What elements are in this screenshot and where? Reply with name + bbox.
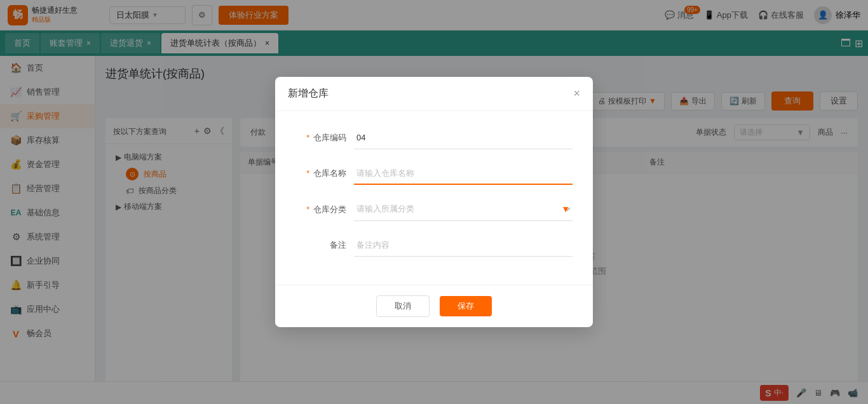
code-label: * 仓库编码 xyxy=(295,132,346,144)
form-row-remark: 备注 xyxy=(295,234,573,257)
cancel-button[interactable]: 取消 xyxy=(376,295,430,317)
category-select-wrap: 请输入所属分类 ▼ xyxy=(354,198,573,221)
form-row-category: * 仓库分类 请输入所属分类 ▼ xyxy=(295,198,573,221)
modal-overlay[interactable]: 新增仓库 × * 仓库编码 * 仓库名称 xyxy=(0,0,868,404)
category-required-star: * xyxy=(306,205,309,214)
remark-input[interactable] xyxy=(354,234,573,257)
save-button[interactable]: 保存 xyxy=(440,296,492,316)
form-row-code: * 仓库编码 xyxy=(295,126,573,149)
name-input[interactable] xyxy=(354,162,573,185)
modal-close-button[interactable]: × xyxy=(573,87,580,100)
modal-footer: 取消 保存 xyxy=(275,285,593,327)
modal-header: 新增仓库 × xyxy=(275,77,593,111)
modal-title: 新增仓库 xyxy=(288,87,329,100)
modal-body: * 仓库编码 * 仓库名称 * 仓库分类 xyxy=(275,111,593,285)
code-input[interactable] xyxy=(354,126,573,149)
category-select[interactable] xyxy=(354,198,573,220)
name-required-star: * xyxy=(306,168,309,178)
category-arrow-icon: ▼ xyxy=(561,204,570,214)
name-label: * 仓库名称 xyxy=(295,168,346,179)
code-required-star: * xyxy=(306,133,309,142)
remark-label: 备注 xyxy=(295,239,346,251)
category-label: * 仓库分类 xyxy=(295,204,346,215)
new-warehouse-modal: 新增仓库 × * 仓库编码 * 仓库名称 xyxy=(275,77,593,327)
form-row-name: * 仓库名称 xyxy=(295,162,573,185)
